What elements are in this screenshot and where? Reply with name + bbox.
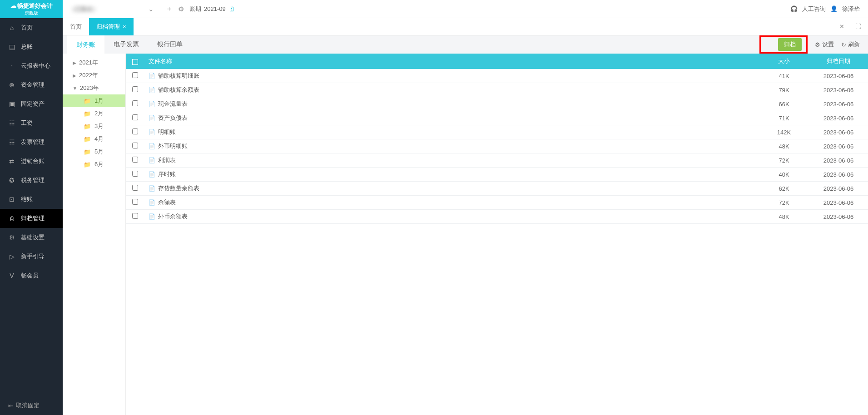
table-row[interactable]: 📄辅助核算余额表79K2023-06-06 [126, 83, 868, 97]
row-checkbox[interactable] [132, 86, 138, 92]
row-checkbox[interactable] [132, 143, 138, 148]
cancel-pin[interactable]: ⇤ 取消固定 [0, 396, 63, 415]
sidebar-item-guide[interactable]: ▷新手引导 [0, 247, 63, 266]
table-row[interactable]: 📄现金流量表66K2023-06-06 [126, 97, 868, 111]
file-size: 40K [759, 168, 809, 182]
row-checkbox[interactable] [132, 114, 138, 120]
tree-month-label: 3月 [94, 122, 104, 130]
tree-month[interactable]: 📁5月 [63, 145, 125, 158]
file-size: 66K [759, 97, 809, 111]
period-value[interactable]: 2021-09 [204, 5, 226, 12]
row-checkbox[interactable] [132, 213, 138, 219]
tree-year[interactable]: ▶2021年 [63, 56, 125, 69]
file-table-header: 文件名称 大小 归档日期 [126, 54, 868, 69]
sidebar-item-close[interactable]: ⊡结账 [0, 190, 63, 209]
sidebar-item-fund[interactable]: ⊛资金管理 [0, 75, 63, 94]
sub-tab[interactable]: 银行回单 [148, 35, 192, 54]
sidebar-item-home[interactable]: ⌂首页 [0, 18, 63, 37]
table-row[interactable]: 📄余额表72K2023-06-06 [126, 196, 868, 210]
sidebar-item-report[interactable]: ⬞云报表中心 [0, 56, 63, 75]
sidebar-item-label: 新手引导 [21, 252, 45, 261]
sub-tab[interactable]: 电子发票 [104, 35, 148, 54]
table-row[interactable]: 📄资产负债表71K2023-06-06 [126, 111, 868, 125]
file-name: 明细账 [158, 128, 176, 135]
tab-close-icon[interactable]: × [123, 23, 126, 30]
file-date: 2023-06-06 [809, 210, 868, 224]
folder-icon: 📁 [84, 98, 91, 104]
period-label: 账期 [189, 5, 201, 13]
sidebar-item-salary[interactable]: ☷工资 [0, 114, 63, 133]
table-row[interactable]: 📄序时账40K2023-06-06 [126, 168, 868, 182]
table-row[interactable]: 📄外币明细账48K2023-06-06 [126, 139, 868, 153]
row-checkbox[interactable] [132, 128, 138, 134]
consult-link[interactable]: 人工咨询 [802, 5, 826, 13]
company-selector[interactable]: （已隐去） ⌄ [63, 5, 163, 13]
table-row[interactable]: 📄明细账142K2023-06-06 [126, 125, 868, 139]
sidebar-item-label: 结账 [21, 195, 33, 203]
sidebar-item-vip[interactable]: V畅会员 [0, 266, 63, 285]
sidebar-item-ledger[interactable]: ▤总账 [0, 37, 63, 56]
tree-month-label: 6月 [94, 160, 104, 168]
sidebar-item-tax[interactable]: ✪税务管理 [0, 171, 63, 190]
file-name: 辅助核算余额表 [158, 86, 199, 93]
user-name[interactable]: 徐泽华 [842, 5, 860, 13]
tree-month[interactable]: 📁6月 [63, 158, 125, 171]
sidebar-item-label: 税务管理 [21, 176, 45, 184]
row-checkbox[interactable] [132, 157, 138, 163]
sidebar-item-asset[interactable]: ▣固定资产 [0, 94, 63, 114]
file-icon: 📄 [149, 73, 155, 79]
sidebar-item-archive[interactable]: ⎙归档管理 [0, 209, 63, 228]
table-row[interactable]: 📄利润表72K2023-06-06 [126, 153, 868, 168]
file-size: 48K [759, 210, 809, 224]
header-date[interactable]: 归档日期 [809, 54, 868, 69]
tree-year[interactable]: ▶2022年 [63, 69, 125, 82]
row-checkbox[interactable] [132, 72, 138, 78]
page-tab-label: 首页 [70, 23, 82, 31]
tree-month[interactable]: 📁3月 [63, 120, 125, 133]
avatar-icon[interactable]: 👤 [830, 5, 838, 12]
settings-link[interactable]: ⚙ 设置 [815, 40, 834, 49]
row-checkbox[interactable] [132, 100, 138, 106]
file-size: 79K [759, 83, 809, 97]
file-icon: 📄 [149, 199, 155, 206]
sidebar-item-invoice[interactable]: ☶发票管理 [0, 133, 63, 152]
refresh-link[interactable]: ↻ 刷新 [841, 40, 860, 49]
sub-tab[interactable]: 财务账 [67, 35, 104, 54]
select-all-checkbox[interactable] [132, 59, 138, 65]
file-icon: 📄 [149, 157, 155, 163]
table-row[interactable]: 📄存货数量余额表62K2023-06-06 [126, 182, 868, 196]
sidebar-item-stock[interactable]: ⇄进销台账 [0, 152, 63, 171]
add-icon[interactable]: ＋ [163, 5, 175, 13]
header-name[interactable]: 文件名称 [144, 54, 759, 69]
tree-year-label: 2021年 [79, 59, 98, 67]
fullscreen-icon[interactable]: ⛶ [853, 21, 863, 32]
tree-month[interactable]: 📁1月 [63, 94, 125, 107]
calendar-icon[interactable]: 🗓 [226, 5, 238, 13]
close-tab-button[interactable]: ✕ [836, 21, 847, 32]
file-date: 2023-06-06 [809, 139, 868, 153]
file-name: 辅助核算明细账 [158, 72, 199, 79]
gear-icon[interactable]: ⚙ [175, 5, 187, 13]
row-checkbox[interactable] [132, 199, 138, 205]
table-row[interactable]: 📄辅助核算明细账41K2023-06-06 [126, 69, 868, 83]
table-row[interactable]: 📄外币余额表48K2023-06-06 [126, 210, 868, 224]
file-name: 利润表 [158, 157, 176, 163]
file-date: 2023-06-06 [809, 168, 868, 182]
sidebar-item-label: 首页 [21, 24, 33, 32]
guide-icon: ▷ [8, 253, 15, 260]
header-size[interactable]: 大小 [759, 54, 809, 69]
page-tab[interactable]: 首页 [63, 18, 89, 35]
refresh-icon: ↻ [841, 41, 846, 48]
tree-month[interactable]: 📁2月 [63, 107, 125, 120]
file-size: 62K [759, 182, 809, 196]
tree-year[interactable]: ▼2023年 [63, 82, 125, 94]
sidebar-item-setting[interactable]: ⚙基础设置 [0, 228, 63, 247]
file-icon: 📄 [149, 171, 155, 178]
page-tab[interactable]: 归档管理× [89, 18, 134, 35]
row-checkbox[interactable] [132, 171, 138, 177]
archive-button[interactable]: 归档 [778, 38, 802, 51]
tree-month[interactable]: 📁4月 [63, 133, 125, 145]
row-checkbox[interactable] [132, 185, 138, 191]
headset-icon[interactable]: 🎧 [790, 5, 798, 12]
file-size: 142K [759, 125, 809, 139]
